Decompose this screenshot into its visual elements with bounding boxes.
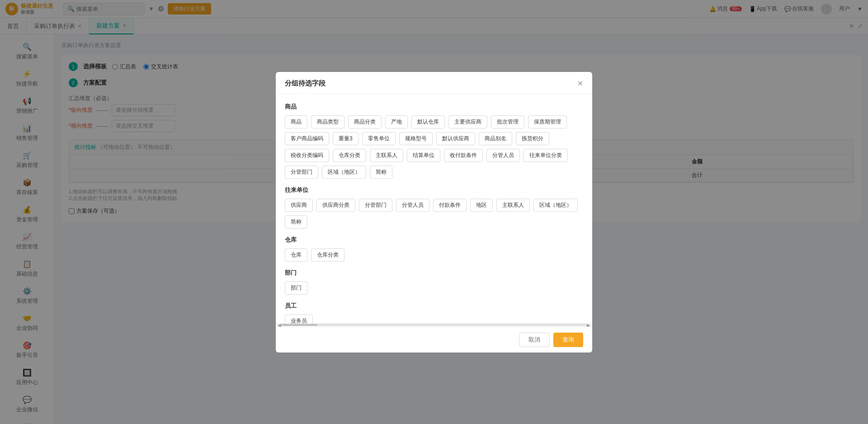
field-tag[interactable]: 商品别名: [479, 132, 512, 145]
field-tag[interactable]: 区域（地区）: [322, 166, 366, 179]
field-tag[interactable]: 收付款条件: [444, 149, 483, 162]
field-grid-员工: 业务员: [285, 314, 583, 323]
field-tag[interactable]: 税收分类编码: [285, 149, 329, 162]
field-tag[interactable]: 部门: [285, 281, 307, 295]
field-tag[interactable]: 结算单位: [407, 149, 440, 162]
section-title-员工: 员工: [285, 302, 583, 310]
section-title-商品: 商品: [285, 103, 583, 111]
field-tag[interactable]: 客户商品编码: [285, 132, 329, 145]
field-tag[interactable]: 规格型号: [399, 132, 433, 145]
section-title-部门: 部门: [285, 269, 583, 277]
hscroll-track[interactable]: [281, 324, 587, 326]
field-tag[interactable]: 区域（地区）: [533, 199, 578, 212]
field-tag[interactable]: 产地: [385, 115, 408, 129]
field-tag[interactable]: 简称: [285, 215, 307, 229]
field-tag[interactable]: 零售单位: [362, 132, 396, 145]
field-tag[interactable]: 批次管理: [491, 115, 524, 129]
field-tag[interactable]: 仓库: [285, 248, 307, 262]
field-tag[interactable]: 分管人员: [396, 199, 429, 212]
field-tag[interactable]: 重量3: [333, 132, 359, 145]
field-tag[interactable]: 仓库分类: [333, 149, 366, 162]
field-tag[interactable]: 主要供应商: [448, 115, 487, 129]
section-title-仓库: 仓库: [285, 236, 583, 244]
field-tag[interactable]: 默认仓库: [411, 115, 445, 129]
field-tag[interactable]: 商品分类: [348, 115, 382, 129]
field-tag[interactable]: 商品类型: [311, 115, 344, 129]
field-grid-往来单位: 供应商供应商分类分管部门分管人员付款条件地区主联系人区域（地区）简称: [285, 199, 583, 229]
field-tag[interactable]: 主联系人: [496, 199, 530, 212]
cancel-button[interactable]: 取消: [519, 333, 550, 347]
field-tag[interactable]: 分管人员: [486, 149, 520, 162]
field-tag[interactable]: 简称: [370, 166, 392, 179]
field-tag[interactable]: 地区: [470, 199, 493, 212]
field-tag[interactable]: 供应商: [285, 199, 313, 212]
field-tag[interactable]: 供应商分类: [316, 199, 355, 212]
field-tag[interactable]: 默认供应商: [436, 132, 475, 145]
dialog-overlay: 分组待选字段 ✕ 商品商品商品类型商品分类产地默认仓库主要供应商批次管理保质期管…: [0, 0, 868, 424]
field-grid-部门: 部门: [285, 281, 583, 295]
dialog-title: 分组待选字段: [285, 79, 326, 88]
field-grid-仓库: 仓库仓库分类: [285, 248, 583, 262]
field-tag[interactable]: 主联系人: [370, 149, 403, 162]
field-tag[interactable]: 仓库分类: [311, 248, 344, 262]
dialog-hscroll[interactable]: ◀ ▶: [276, 323, 592, 327]
field-tag[interactable]: 分管部门: [359, 199, 392, 212]
dialog-body: 商品商品商品类型商品分类产地默认仓库主要供应商批次管理保质期管理客户商品编码重量…: [276, 94, 592, 323]
field-tag[interactable]: 拣货积分: [516, 132, 549, 145]
hscroll-thumb: [281, 324, 317, 326]
dialog-header: 分组待选字段 ✕: [276, 72, 592, 94]
field-tag[interactable]: 往来单位分类: [524, 149, 568, 162]
field-tag[interactable]: 付款条件: [433, 199, 467, 212]
field-tag[interactable]: 商品: [285, 115, 307, 129]
field-tag[interactable]: 业务员: [285, 314, 313, 323]
confirm-button[interactable]: 查询: [553, 333, 583, 347]
dialog-footer: 取消 查询: [276, 327, 592, 353]
section-title-往来单位: 往来单位: [285, 186, 583, 194]
field-tag[interactable]: 分管部门: [285, 166, 318, 179]
dialog: 分组待选字段 ✕ 商品商品商品类型商品分类产地默认仓库主要供应商批次管理保质期管…: [276, 72, 592, 353]
dialog-close-icon[interactable]: ✕: [577, 79, 583, 88]
field-grid-商品: 商品商品类型商品分类产地默认仓库主要供应商批次管理保质期管理客户商品编码重量3零…: [285, 115, 583, 179]
field-tag[interactable]: 保质期管理: [528, 115, 567, 129]
